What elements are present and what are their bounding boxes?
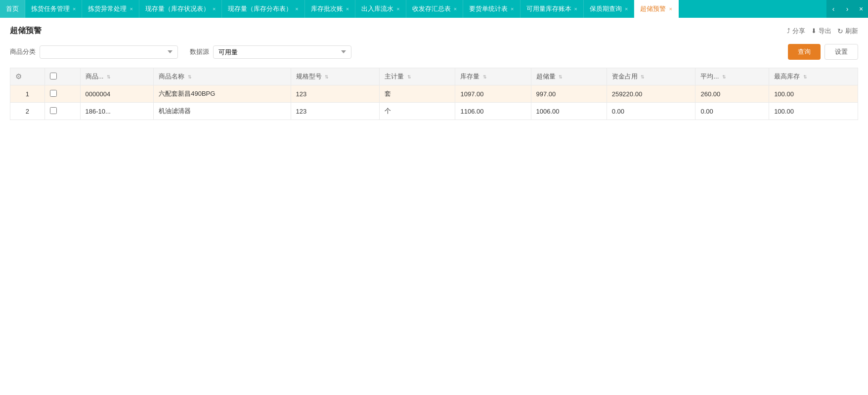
nav-item-available-ledger-close[interactable]: ×	[574, 6, 577, 12]
col-product-code: 商品... ⇅	[80, 68, 154, 85]
sort-icon-stock[interactable]: ⇅	[483, 75, 487, 79]
select-all-checkbox[interactable]	[50, 73, 57, 79]
sort-icon-overstock[interactable]: ⇅	[559, 75, 563, 79]
row-spec: 123	[291, 103, 380, 120]
row-avg: 260.00	[695, 85, 769, 103]
nav-item-home[interactable]: 首页	[0, 0, 25, 18]
col-capital: 资金占用 ⇅	[607, 68, 695, 85]
nav-item-stock-status-label: 现存量（库存状况表）	[145, 4, 210, 13]
row-num: 1	[10, 85, 45, 103]
sort-icon-product-code[interactable]: ⇅	[107, 75, 111, 79]
nav-item-stock-status[interactable]: 现存量（库存状况表） ×	[139, 0, 222, 18]
filter-row: 商品分类 数据源 可用量 库存量 查询 设置	[10, 44, 858, 60]
nav-item-inout-flow-close[interactable]: ×	[396, 6, 399, 12]
nav-item-exception-label: 拣货异常处理	[88, 4, 127, 13]
nav-item-expiry-query-close[interactable]: ×	[625, 6, 628, 12]
sort-icon-spec[interactable]: ⇅	[325, 75, 329, 79]
col-product-name: 商品名称 ⇅	[154, 68, 291, 85]
nav-item-receive-summary-close[interactable]: ×	[454, 6, 457, 12]
row-overstock: 997.00	[531, 85, 607, 103]
page-header: 超储预警 ⤴ 分享 ⬇ 导出 ↻ 刷新	[10, 26, 858, 36]
nav-item-stock-status-close[interactable]: ×	[213, 6, 216, 12]
sort-icon-product-name[interactable]: ⇅	[188, 75, 192, 79]
row-product-name: 机油滤清器	[154, 103, 291, 120]
sort-icon-unit[interactable]: ⇅	[407, 75, 411, 79]
col-stock: 库存量 ⇅	[455, 68, 531, 85]
page-title: 超储预警	[10, 26, 42, 36]
nav-item-overstock-close[interactable]: ×	[669, 6, 672, 12]
row-overstock: 1006.00	[531, 103, 607, 120]
col-avg: 平均... ⇅	[695, 68, 769, 85]
col-product-name-label: 商品名称	[159, 73, 184, 80]
nav-item-expiry-query[interactable]: 保质期查询 ×	[584, 0, 634, 18]
nav-item-stock-dist[interactable]: 现存量（库存分布表） ×	[222, 0, 304, 18]
col-spec-label: 规格型号	[296, 73, 322, 80]
col-capital-label: 资金占用	[612, 73, 638, 80]
nav-item-overstock[interactable]: 超储预警 ×	[634, 0, 678, 18]
nav-item-exception-close[interactable]: ×	[130, 6, 132, 12]
row-checkbox-cell	[44, 103, 80, 120]
col-max-stock-label: 最高库存	[774, 73, 800, 80]
row-capital: 259220.00	[607, 85, 695, 103]
nav-item-task-mgmt-close[interactable]: ×	[73, 6, 76, 12]
nav-arrow-left[interactable]: ‹	[826, 0, 840, 18]
row-product-code: 0000004	[80, 85, 154, 103]
nav-item-overstock-label: 超储预警	[640, 4, 666, 13]
export-button[interactable]: ⬇ 导出	[811, 27, 831, 36]
nav-item-home-label: 首页	[6, 4, 19, 13]
share-icon: ⤴	[787, 27, 790, 35]
data-table: ⚙ 商品... ⇅ 商品名称 ⇅ 规格型号 ⇅ 主计量	[10, 68, 858, 120]
nav-close-tab[interactable]: ×	[854, 0, 868, 18]
row-product-code: 186-10...	[80, 103, 154, 120]
settings-button[interactable]: 设置	[825, 44, 858, 60]
category-filter: 商品分类	[10, 45, 178, 59]
nav-item-batch-ledger-label: 库存批次账	[311, 4, 343, 13]
col-max-stock: 最高库存 ⇅	[769, 68, 858, 85]
top-navigation[interactable]: 首页 拣货任务管理 × 拣货异常处理 × 现存量（库存状况表） × 现存量（库存…	[0, 0, 868, 18]
refresh-button[interactable]: ↻ 刷新	[837, 27, 858, 36]
nav-item-available-ledger[interactable]: 可用量库存账本 ×	[521, 0, 584, 18]
nav-item-expiry-query-label: 保质期查询	[590, 4, 622, 13]
row-num: 2	[10, 103, 45, 120]
nav-item-inout-flow-label: 出入库流水	[361, 4, 393, 13]
row-checkbox[interactable]	[50, 107, 57, 114]
col-overstock-label: 超储量	[536, 73, 556, 80]
nav-item-stock-dist-close[interactable]: ×	[295, 6, 298, 12]
nav-item-exception[interactable]: 拣货异常处理 ×	[82, 0, 139, 18]
header-actions: ⤴ 分享 ⬇ 导出 ↻ 刷新	[787, 27, 858, 36]
nav-item-requisition-stats[interactable]: 要货单统计表 ×	[463, 0, 520, 18]
page-content: 超储预警 ⤴ 分享 ⬇ 导出 ↻ 刷新 商品分类 数据源	[0, 18, 868, 395]
nav-item-task-mgmt[interactable]: 拣货任务管理 ×	[25, 0, 82, 18]
nav-item-batch-ledger[interactable]: 库存批次账 ×	[305, 0, 355, 18]
category-select[interactable]	[40, 45, 178, 59]
col-gear: ⚙	[10, 68, 45, 85]
col-stock-label: 库存量	[460, 73, 479, 80]
export-icon: ⬇	[811, 27, 817, 35]
sort-icon-capital[interactable]: ⇅	[641, 75, 645, 79]
nav-arrow-right[interactable]: ›	[840, 0, 854, 18]
datasource-select[interactable]: 可用量 库存量	[213, 45, 351, 59]
row-product-name: 六配套新昌490BPG	[154, 85, 291, 103]
table-row[interactable]: 2 186-10... 机油滤清器 123 个 1106.00 1006.00 …	[10, 103, 858, 120]
sort-icon-avg[interactable]: ⇅	[722, 75, 726, 79]
nav-item-batch-ledger-close[interactable]: ×	[346, 6, 349, 12]
row-capital: 0.00	[607, 103, 695, 120]
nav-item-receive-summary[interactable]: 收发存汇总表 ×	[406, 0, 463, 18]
col-overstock: 超储量 ⇅	[531, 68, 607, 85]
share-button[interactable]: ⤴ 分享	[787, 27, 805, 36]
datasource-filter: 数据源 可用量 库存量	[190, 45, 351, 59]
row-stock: 1097.00	[455, 85, 531, 103]
sort-icon-max-stock[interactable]: ⇅	[803, 75, 807, 79]
table-row[interactable]: 1 0000004 六配套新昌490BPG 123 套 1097.00 997.…	[10, 85, 858, 103]
query-button[interactable]: 查询	[788, 44, 821, 60]
nav-item-inout-flow[interactable]: 出入库流水 ×	[355, 0, 406, 18]
nav-item-requisition-stats-close[interactable]: ×	[511, 6, 514, 12]
col-select-all	[44, 68, 80, 85]
row-checkbox[interactable]	[50, 90, 57, 97]
col-spec: 规格型号 ⇅	[291, 68, 380, 85]
row-avg: 0.00	[695, 103, 769, 120]
row-unit: 个	[380, 103, 455, 120]
nav-item-receive-summary-label: 收发存汇总表	[412, 4, 451, 13]
row-max-stock: 100.00	[769, 103, 858, 120]
gear-icon[interactable]: ⚙	[15, 72, 22, 80]
